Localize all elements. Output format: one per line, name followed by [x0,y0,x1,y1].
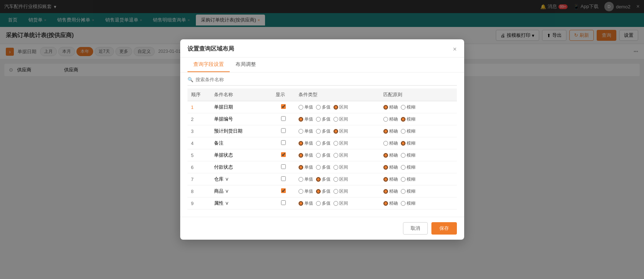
row-order: 5 [187,149,210,161]
match-rule-option[interactable]: 模糊 [401,188,415,194]
match-rule-option[interactable]: 精确 [383,116,398,122]
cond-type-option[interactable]: 区间 [333,200,348,207]
match-rule-option[interactable]: 精确 [383,152,398,158]
row-display-checkbox-cell [272,137,295,149]
cond-type-option[interactable]: 多值 [316,104,331,110]
cond-type-option[interactable]: 区间 [333,164,348,170]
display-checkbox[interactable] [281,128,286,133]
cond-type-option[interactable]: 单值 [299,188,313,194]
dialog-close-button[interactable]: × [453,46,457,52]
table-row: 3预计到货日期单值多值区间精确模糊 [187,125,457,137]
match-rule-option[interactable]: 精确 [383,176,398,182]
match-rule-option[interactable]: 精确 [383,140,398,146]
cond-type-option[interactable]: 区间 [333,140,348,146]
cond-type-option[interactable]: 区间 [333,128,348,134]
row-display-checkbox-cell [272,209,295,213]
match-rule-option[interactable]: 模糊 [401,128,415,134]
table-row: 4备注单值多值区间精确模糊 [187,137,457,149]
cond-type-option[interactable]: 多值 [316,128,331,134]
cond-type-option[interactable]: 区间 [333,188,348,194]
col-condtype-header: 条件类型 [295,89,380,101]
row-cond-name: 有无商品图片 [210,209,272,213]
match-rule-option[interactable]: 模糊 [401,176,415,182]
match-rule-option[interactable]: 模糊 [401,200,415,207]
match-rule-option[interactable]: 精确 [383,164,398,170]
match-rule-option[interactable]: 模糊 [401,140,415,146]
cond-type-option[interactable]: 多值 [316,164,331,170]
cond-type-option[interactable]: 单值 [299,164,313,170]
cond-type-option[interactable]: 区间 [333,212,348,213]
row-cond-type-cell: 单值多值区间 [295,161,380,173]
match-rule-option[interactable]: 模糊 [401,164,415,170]
row-order: 7 [187,173,210,185]
cond-type-option[interactable]: 单值 [299,104,313,110]
match-rule-option[interactable]: 精确 [383,200,398,207]
row-cond-name: 单据日期 [210,101,272,113]
cancel-button[interactable]: 取消 [403,222,428,235]
row-order: 10 [187,209,210,213]
dialog-footer: 取消 保存 [180,217,464,240]
display-checkbox[interactable] [281,164,286,169]
row-cond-name: 仓库 ∨ [210,173,272,185]
row-cond-type-cell: 单值多值区间 [295,101,380,113]
row-match-rule-cell: 精确模糊 [380,209,457,213]
match-rule-option[interactable]: 精确 [383,188,398,194]
cond-type-option[interactable]: 区间 [333,176,348,182]
search-input[interactable] [195,77,268,82]
row-order: 6 [187,161,210,173]
cond-type-option[interactable]: 多值 [316,212,331,213]
row-cond-name: 付款状态 [210,161,272,173]
row-match-rule-cell: 精确模糊 [380,113,457,125]
row-display-checkbox-cell [272,149,295,161]
cond-type-option[interactable]: 区间 [333,116,348,122]
row-display-checkbox-cell [272,101,295,113]
match-rule-option[interactable]: 模糊 [401,116,415,122]
row-cond-type-cell: 单值多值区间 [295,125,380,137]
table-row: 7仓库 ∨单值多值区间精确模糊 [187,173,457,185]
cond-type-option[interactable]: 多值 [316,140,331,146]
row-cond-name: 商品 ∨ [210,185,272,197]
cond-type-option[interactable]: 区间 [333,104,348,110]
cond-type-option[interactable]: 单值 [299,200,313,207]
row-display-checkbox-cell [272,173,295,185]
match-rule-option[interactable]: 精确 [383,212,398,213]
display-checkbox[interactable] [281,152,286,157]
tab-layout-adjust[interactable]: 布局调整 [230,58,262,72]
display-checkbox[interactable] [281,200,286,205]
cond-type-option[interactable]: 单值 [299,128,313,134]
table-row: 9属性 ∨单值多值区间精确模糊 [187,197,457,209]
display-checkbox[interactable] [281,140,286,145]
dialog-title: 设置查询区域布局 [187,45,234,53]
match-rule-option[interactable]: 精确 [383,128,398,134]
search-icon: 🔍 [187,77,193,82]
display-checkbox[interactable] [281,176,286,181]
row-display-checkbox-cell [272,197,295,209]
cond-type-option[interactable]: 多值 [316,152,331,158]
row-order: 3 [187,125,210,137]
cond-type-option[interactable]: 区间 [333,152,348,158]
conditions-table-scroll[interactable]: 顺序 条件名称 显示 条件类型 匹配原则 1单据日期单值多值区间精确模糊2单据编… [187,89,457,212]
cond-type-option[interactable]: 单值 [299,152,313,158]
cond-type-option[interactable]: 多值 [316,200,331,207]
display-checkbox[interactable] [281,188,286,193]
cond-type-option[interactable]: 多值 [316,116,331,122]
match-rule-option[interactable]: 模糊 [401,212,415,213]
row-display-checkbox-cell [272,113,295,125]
cond-type-option[interactable]: 单值 [299,176,313,182]
row-match-rule-cell: 精确模糊 [380,197,457,209]
cond-type-option[interactable]: 多值 [316,176,331,182]
cond-type-option[interactable]: 单值 [299,116,313,122]
tab-query-field-settings[interactable]: 查询字段设置 [187,58,230,72]
row-order: 1 [187,101,210,113]
cond-type-option[interactable]: 单值 [299,212,313,213]
cond-type-option[interactable]: 多值 [316,188,331,194]
save-button[interactable]: 保存 [431,222,457,235]
match-rule-option[interactable]: 模糊 [401,152,415,158]
row-match-rule-cell: 精确模糊 [380,125,457,137]
row-match-rule-cell: 精确模糊 [380,173,457,185]
display-checkbox[interactable] [281,104,286,109]
match-rule-option[interactable]: 精确 [383,104,398,110]
display-checkbox[interactable] [281,116,286,121]
cond-type-option[interactable]: 单值 [299,140,313,146]
match-rule-option[interactable]: 模糊 [401,104,415,110]
